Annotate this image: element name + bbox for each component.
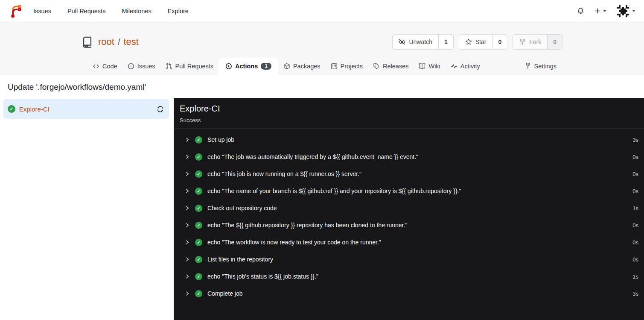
step-row[interactable]: ✓ echo "This job's status is ${{ job.sta… (174, 268, 644, 285)
job-status-text: Success (180, 117, 636, 123)
step-label: List files in the repository (207, 256, 273, 263)
chevron-right-icon (185, 206, 190, 211)
book-icon (419, 63, 425, 70)
repo-name-link[interactable]: test (123, 36, 138, 47)
nav-milestones[interactable]: Milestones (122, 8, 151, 15)
tab-projects[interactable]: Projects (326, 58, 368, 75)
step-duration: 3s (632, 291, 638, 297)
step-success-check-icon: ✓ (195, 205, 202, 212)
stars-count[interactable]: 0 (492, 35, 507, 49)
step-row[interactable]: ✓ Complete job 3s (174, 285, 644, 302)
step-duration: 1s (632, 273, 638, 280)
star-button-group: Star 0 (459, 34, 507, 50)
tab-label: Wiki (428, 63, 440, 70)
step-label: Complete job (207, 290, 243, 297)
tab-label: Settings (534, 63, 557, 70)
create-new-button[interactable] (594, 8, 606, 14)
step-duration: 3s (632, 137, 638, 143)
user-avatar (617, 5, 629, 18)
unwatch-button[interactable]: Unwatch (393, 35, 438, 49)
tab-label: Actions (235, 63, 258, 70)
tab-label: Pull Requests (175, 63, 213, 70)
tab-pull-requests[interactable]: Pull Requests (160, 58, 219, 75)
fork-button-group: Fork 0 (513, 34, 562, 50)
fork-label: Fork (529, 38, 541, 45)
job-panel-title: Explore-CI (180, 104, 636, 114)
navbar-right (577, 5, 635, 18)
step-duration: 1s (632, 205, 638, 211)
step-duration: 0s (632, 256, 638, 263)
tag-icon (373, 63, 380, 70)
tab-issues[interactable]: Issues (122, 58, 160, 75)
step-row[interactable]: ✓ Check out repository code 1s (174, 200, 644, 217)
step-row[interactable]: ✓ echo "The job was automatically trigge… (174, 148, 644, 165)
nav-pull-requests[interactable]: Pull Requests (67, 8, 105, 15)
tab-label: Releases (383, 63, 408, 70)
chevron-right-icon (185, 137, 190, 142)
tab-code[interactable]: Code (87, 58, 122, 75)
repo-tabs: Code Issues Pull Requests Actions 1 Pack… (82, 56, 562, 75)
tab-label: Code (102, 63, 117, 70)
jobs-sidebar: ✓ Explore-CI (0, 98, 174, 320)
project-icon (331, 63, 338, 70)
nav-explore[interactable]: Explore (168, 8, 189, 15)
step-duration: 0s (632, 188, 638, 194)
unwatch-label: Unwatch (409, 38, 432, 45)
job-success-check-icon: ✓ (8, 105, 15, 113)
issue-icon (128, 63, 134, 70)
step-row[interactable]: ✓ Set up job 3s (174, 131, 644, 148)
forgejo-logo-icon[interactable] (9, 4, 22, 18)
notifications-bell-icon[interactable] (577, 7, 584, 15)
tab-packages[interactable]: Packages (278, 58, 326, 75)
package-icon (283, 63, 290, 70)
step-success-check-icon: ✓ (195, 273, 202, 280)
step-row[interactable]: ✓ List files in the repository 0s (174, 251, 644, 268)
fork-icon (519, 38, 526, 45)
repo-owner-link[interactable]: root (98, 36, 114, 47)
step-duration: 0s (632, 222, 638, 229)
caret-down-icon (603, 10, 606, 12)
user-menu[interactable] (617, 5, 635, 18)
job-item-explore-ci[interactable]: ✓ Explore-CI (3, 99, 169, 119)
tab-releases[interactable]: Releases (368, 58, 414, 75)
tab-label: Projects (341, 63, 363, 70)
tab-label: Issues (137, 63, 155, 70)
actions-count-badge: 1 (261, 63, 271, 70)
chevron-right-icon (185, 223, 190, 228)
step-label: echo "The workflow is now ready to test … (207, 239, 381, 246)
tools-icon (525, 63, 531, 70)
nav-issues[interactable]: Issues (33, 8, 51, 15)
step-label: Check out repository code (207, 205, 277, 211)
plus-icon (594, 8, 601, 14)
tab-wiki[interactable]: Wiki (414, 58, 445, 75)
step-success-check-icon: ✓ (195, 188, 202, 195)
repo-book-icon (82, 36, 93, 48)
repo-separator: / (118, 37, 120, 47)
forks-count: 0 (547, 35, 562, 49)
watchers-count[interactable]: 1 (438, 35, 453, 49)
play-circle-icon (225, 63, 232, 70)
step-success-check-icon: ✓ (195, 290, 202, 297)
chevron-right-icon (185, 291, 190, 296)
chevron-right-icon (185, 188, 190, 194)
step-label: echo "This job is now running on a ${{ r… (207, 170, 361, 177)
step-label: Set up job (207, 136, 234, 143)
star-icon (465, 38, 472, 45)
step-row[interactable]: ✓ echo "This job is now running on a ${{… (174, 165, 644, 182)
step-label: echo "The ${{ github.repository }} repos… (207, 222, 407, 229)
step-row[interactable]: ✓ echo "The ${{ github.repository }} rep… (174, 217, 644, 234)
step-row[interactable]: ✓ echo "The workflow is now ready to tes… (174, 234, 644, 251)
rerun-job-icon[interactable] (157, 106, 164, 113)
tab-settings[interactable]: Settings (519, 58, 562, 75)
job-log-panel: Explore-CI Success ✓ Set up job 3s ✓ ech… (174, 98, 644, 320)
chevron-right-icon (185, 240, 190, 245)
tab-activity[interactable]: Activity (446, 58, 485, 75)
tab-label: Packages (293, 63, 321, 70)
step-row[interactable]: ✓ echo "The name of your branch is ${{ g… (174, 182, 644, 200)
star-button[interactable]: Star (459, 35, 492, 49)
tab-actions[interactable]: Actions 1 (219, 58, 278, 75)
step-success-check-icon: ✓ (195, 239, 202, 246)
pulse-icon (451, 63, 458, 70)
caret-down-icon (632, 10, 635, 12)
repo-title: root / test (82, 36, 139, 48)
